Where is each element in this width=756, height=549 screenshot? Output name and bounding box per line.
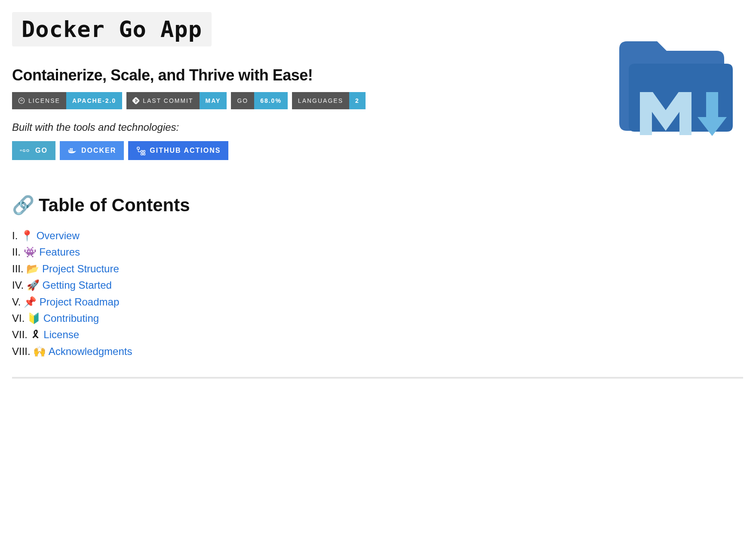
svg-rect-11: [71, 148, 73, 150]
project-title: Docker Go App: [22, 16, 202, 42]
toc-item: VIII. 🙌 Acknowledgments: [12, 343, 743, 360]
toc-num: II.: [12, 246, 21, 258]
badge-last-commit[interactable]: LAST COMMIT MAY: [126, 92, 227, 109]
toc-link-project-roadmap[interactable]: Project Roadmap: [40, 296, 119, 308]
toc-num: IV.: [12, 279, 24, 291]
svg-point-16: [143, 153, 145, 155]
git-icon: [132, 97, 139, 104]
badge-languages-label: LANGUAGES: [292, 92, 349, 109]
badge-languages-value: 2: [349, 92, 366, 109]
github-actions-icon: [136, 146, 145, 155]
svg-rect-9: [71, 150, 73, 151]
toc-emoji: 📍: [21, 230, 34, 241]
tech-badge-gha-label: GITHUB ACTIONS: [150, 147, 221, 154]
toc-num: V.: [12, 296, 21, 308]
toc-num: I.: [12, 230, 18, 241]
toc-item: V. 📌 Project Roadmap: [12, 294, 743, 310]
svg-point-13: [141, 151, 143, 153]
svg-rect-8: [70, 150, 71, 151]
tech-badge-docker-label: DOCKER: [81, 147, 116, 154]
svg-point-14: [143, 151, 145, 153]
toc-emoji: 🚀: [27, 279, 40, 291]
docker-icon: [68, 147, 77, 154]
toc-num: VII.: [12, 329, 28, 340]
svg-text:=GO: =GO: [20, 148, 30, 153]
toc-link-project-structure[interactable]: Project Structure: [42, 263, 119, 274]
badge-license[interactable]: LICENSE APACHE-2.0: [12, 92, 122, 109]
toc-link-contributing[interactable]: Contributing: [43, 312, 99, 324]
badge-license-value: APACHE-2.0: [66, 92, 122, 109]
osi-icon: [18, 97, 25, 104]
svg-rect-7: [68, 150, 70, 151]
project-logo: [610, 15, 739, 145]
badge-top-language-value: 68.0%: [254, 92, 288, 109]
badge-license-label: LICENSE: [28, 92, 60, 109]
toc-link-license[interactable]: License: [43, 329, 79, 340]
toc-link-overview[interactable]: Overview: [37, 230, 80, 241]
section-divider: [12, 377, 743, 379]
tech-badge-go-label: GO: [35, 147, 48, 154]
toc-emoji: 🙌: [33, 345, 46, 357]
toc-emoji: 🎗: [31, 329, 41, 340]
toc-link-acknowledgments[interactable]: Acknowledgments: [49, 345, 132, 357]
toc-item: II. 👾 Features: [12, 244, 743, 260]
toc-heading: 🔗 Table of Contents: [12, 194, 743, 216]
toc-emoji: 📂: [26, 263, 39, 274]
toc-link-getting-started[interactable]: Getting Started: [42, 279, 111, 291]
toc-list: I. 📍 Overview II. 👾 Features III. 📂 Proj…: [12, 228, 743, 360]
toc-emoji: 📌: [24, 296, 37, 308]
toc-emoji: 👾: [24, 246, 37, 258]
toc-heading-text: Table of Contents: [39, 195, 190, 216]
toc-num: VIII.: [12, 345, 31, 357]
tech-badge-gha[interactable]: GITHUB ACTIONS: [128, 141, 228, 160]
toc-link-features[interactable]: Features: [39, 246, 80, 258]
toc-item: III. 📂 Project Structure: [12, 261, 743, 277]
badge-last-commit-label: LAST COMMIT: [143, 92, 193, 109]
badge-top-language[interactable]: GO 68.0%: [231, 92, 287, 109]
svg-point-12: [137, 147, 140, 150]
toc-item: VI. 🔰 Contributing: [12, 310, 743, 327]
badge-languages[interactable]: LANGUAGES 2: [292, 92, 366, 109]
toc-item: VII. 🎗 License: [12, 327, 743, 343]
tech-badge-go[interactable]: =GO GO: [12, 141, 55, 160]
tech-badge-docker[interactable]: DOCKER: [60, 141, 124, 160]
svg-rect-10: [70, 148, 71, 150]
toc-item: I. 📍 Overview: [12, 228, 743, 244]
toc-num: VI.: [12, 312, 25, 324]
link-icon: 🔗: [12, 194, 34, 216]
badge-last-commit-value: MAY: [200, 92, 227, 109]
svg-point-15: [141, 153, 143, 155]
badge-top-language-label: GO: [231, 92, 254, 109]
go-icon: =GO: [20, 148, 31, 154]
toc-num: III.: [12, 263, 24, 274]
toc-emoji: 🔰: [28, 312, 40, 324]
project-title-box: Docker Go App: [12, 12, 212, 46]
toc-item: IV. 🚀 Getting Started: [12, 277, 743, 293]
